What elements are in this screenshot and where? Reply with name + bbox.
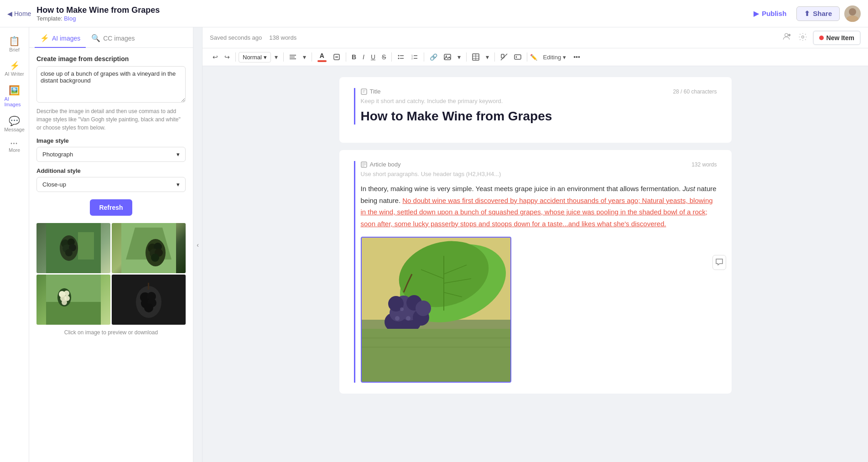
body-text[interactable]: In theory, making wine is very simple. Y… [361, 183, 717, 229]
sidebar-item-label: More [9, 147, 20, 153]
toolbar-separator-7 [466, 52, 467, 62]
image-button[interactable] [441, 52, 454, 62]
svg-point-45 [398, 58, 400, 59]
image-grid-top [36, 223, 186, 273]
add-comment-button[interactable] [712, 255, 726, 270]
editing-mode-button[interactable]: Editing ▾ [539, 52, 570, 62]
toolbar-separator-3 [312, 52, 312, 62]
table-chevron-button[interactable]: ▾ [483, 52, 492, 62]
more-options-button[interactable]: ••• [571, 52, 583, 62]
text-style-select[interactable]: Normal ▾ [239, 52, 271, 62]
editor-image[interactable] [361, 237, 511, 383]
strikethrough-button[interactable]: S [379, 52, 389, 62]
clear-format-button[interactable] [498, 52, 510, 62]
toolbar-separator-5 [391, 52, 392, 62]
highlight-button[interactable] [330, 52, 343, 62]
panel-area: ⚡ AI images 🔍 CC images Create image fro… [29, 27, 193, 462]
additional-style-value: Close-up [42, 181, 66, 188]
image-grid-bottom [36, 275, 186, 325]
image-thumbnail-4[interactable] [112, 275, 186, 325]
image-thumbnail-3[interactable] [36, 275, 110, 325]
image-style-value: Photograph [42, 151, 73, 158]
align-chevron-button[interactable]: ▾ [300, 52, 309, 62]
undo-button[interactable]: ↩ [210, 52, 221, 62]
bold-button[interactable]: B [349, 52, 359, 62]
svg-point-52 [446, 56, 447, 57]
editing-chevron-icon: ▾ [563, 54, 566, 61]
italic-button[interactable]: I [360, 52, 367, 62]
new-item-label: New Item [826, 34, 854, 42]
underline-button[interactable]: U [368, 52, 378, 62]
title-label-row: Title 28 / 60 characters [361, 88, 717, 95]
sidebar-item-label: Brief [9, 47, 20, 52]
numbered-list-button[interactable]: 1.2. [408, 52, 421, 62]
redo-button[interactable]: ↪ [222, 52, 233, 62]
title-section-label: Title [361, 88, 381, 95]
image-thumbnail-2[interactable] [112, 223, 186, 273]
word-count-indicator: 138 words [269, 34, 296, 41]
text-style-chevron-icon: ▾ [264, 54, 267, 61]
svg-rect-9 [78, 232, 94, 260]
table-button[interactable] [469, 52, 482, 62]
publish-icon: ▶ [754, 10, 759, 18]
article-title[interactable]: How to Make Wine from Grapes [361, 108, 717, 125]
image-thumbnail-1[interactable] [36, 223, 110, 273]
image-description-input[interactable] [36, 66, 186, 103]
back-button[interactable]: ◀ Home [7, 10, 31, 17]
svg-point-34 [785, 33, 788, 36]
svg-point-8 [65, 249, 73, 256]
panel-scroll: Create image from description Describe t… [29, 48, 193, 462]
editor-top-right: + New Item [780, 30, 861, 45]
share-button[interactable]: ⬆ Share [796, 6, 840, 21]
image-chevron-button[interactable]: ▾ [455, 52, 463, 62]
link-button[interactable]: 🔗 [427, 52, 440, 62]
code-block-button[interactable] [511, 52, 524, 62]
align-button[interactable] [286, 52, 299, 62]
saved-indicator: Saved seconds ago [210, 34, 262, 41]
sidebar-item-label: Message [4, 127, 25, 132]
tab-cc-images[interactable]: 🔍 CC images [86, 27, 140, 48]
body-link[interactable]: No doubt wine was first discovered by ha… [361, 197, 713, 228]
publish-button[interactable]: ▶ Publish [748, 7, 792, 21]
toolbar-separator-6 [424, 52, 424, 62]
pencil-icon: ✏️ [530, 54, 537, 61]
new-item-button[interactable]: New Item [813, 31, 861, 45]
toolbar-separator-9 [527, 52, 527, 62]
left-sidebar: 📋 Brief ⚡ AI Writer 🖼️ AI Images 💬 Messa… [0, 27, 29, 462]
toolbar-separator-8 [494, 52, 495, 62]
image-style-select[interactable]: Photograph ▾ [36, 147, 186, 162]
svg-rect-92 [362, 329, 511, 383]
svg-point-91 [400, 307, 404, 311]
bullet-list-button[interactable] [395, 52, 407, 62]
panel-collapse-handle[interactable]: ‹ [193, 27, 203, 462]
description-hint: Describe the image in detail and then us… [36, 107, 186, 132]
sidebar-item-ai-writer[interactable]: ⚡ AI Writer [2, 58, 27, 80]
image-hint-text: Click on image to preview or download [36, 329, 186, 336]
topbar-template: Template: Blog [36, 15, 743, 22]
topbar-title-block: How to Make Wine from Grapes Template: B… [36, 5, 743, 22]
svg-point-25 [62, 300, 67, 305]
sidebar-item-label: AI Writer [5, 71, 24, 77]
sidebar-item-message[interactable]: 💬 Message [2, 113, 27, 136]
tab-label: CC images [103, 35, 135, 42]
text-style-value: Normal [243, 54, 262, 61]
editor-area: Saved seconds ago 138 words + New Item ↩… [203, 27, 868, 462]
refresh-button[interactable]: Refresh [90, 199, 132, 216]
sidebar-item-brief[interactable]: 📋 Brief [2, 33, 27, 56]
editor-content: Title 28 / 60 characters Keep it short a… [203, 66, 868, 462]
template-link[interactable]: Blog [64, 15, 76, 22]
sidebar-item-ai-images[interactable]: 🖼️ AI Images [2, 82, 27, 111]
title-section: Title 28 / 60 characters Keep it short a… [354, 88, 717, 125]
more-icon: ••• [10, 141, 18, 146]
editor-meta: Saved seconds ago 138 words [210, 34, 296, 41]
style-chevron-button[interactable]: ▾ [272, 52, 281, 62]
back-label: Home [14, 10, 31, 17]
avatar[interactable] [844, 5, 861, 22]
user-permission-button[interactable]: + [780, 30, 793, 45]
main-layout: 📋 Brief ⚡ AI Writer 🖼️ AI Images 💬 Messa… [0, 27, 868, 462]
settings-button[interactable] [796, 31, 809, 45]
text-color-button[interactable]: A [315, 50, 329, 64]
additional-style-select[interactable]: Close-up ▾ [36, 177, 186, 192]
tab-ai-images[interactable]: ⚡ AI images [35, 27, 86, 48]
sidebar-item-more[interactable]: ••• More [2, 138, 27, 156]
